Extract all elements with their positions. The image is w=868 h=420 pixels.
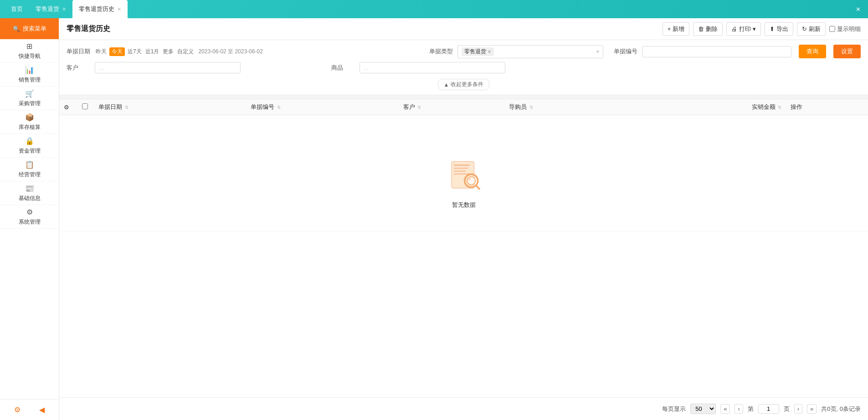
date-1month[interactable]: 近1月 <box>144 48 160 56</box>
tab-retail-return-history-close[interactable]: ✕ <box>117 6 121 12</box>
next-page-button[interactable]: › <box>794 404 802 414</box>
filter-row-1: 单据日期 昨天 今天 近7天 近1月 更多 自定义 2023-06-02 至 2… <box>67 45 861 58</box>
filter-voucher-input[interactable] <box>642 46 791 57</box>
svg-rect-2 <box>453 168 468 169</box>
th-guide-label: 导购员 <box>509 103 527 110</box>
show-detail-checkbox-label: 显示明细 <box>829 25 861 33</box>
th-amount: 实销金额 ⇅ <box>634 99 786 115</box>
export-button[interactable]: ⬆ 导出 <box>765 22 793 36</box>
th-date: 单据日期 ⇅ <box>94 99 246 115</box>
svg-rect-1 <box>453 164 470 166</box>
setting-button-label: 设置 <box>841 47 853 56</box>
total-label: 共0页, 0条记录 <box>821 405 861 413</box>
no-data-illustration <box>443 155 484 196</box>
top-bar-close[interactable]: ✕ <box>856 6 868 13</box>
customer-placeholder: ... <box>99 64 104 71</box>
th-guide-sort-icon[interactable]: ⇅ <box>529 105 533 110</box>
first-page-icon: « <box>724 405 727 412</box>
collapse-up-icon: ▲ <box>444 82 449 88</box>
no-data-cell: 暂无数据 <box>59 115 868 231</box>
filter-goods-select[interactable]: ... <box>360 62 505 73</box>
show-detail-checkbox[interactable] <box>829 26 835 32</box>
system-icon: ⚙ <box>26 208 33 216</box>
quick-nav-icon: ⊞ <box>26 42 32 51</box>
th-action: 操作 <box>786 99 868 115</box>
query-button[interactable]: 查询 <box>799 45 826 58</box>
th-customer-label: 客户 <box>403 103 415 110</box>
sidebar-item-inventory[interactable]: 📦 库存核算 <box>0 110 59 134</box>
th-date-sort-icon[interactable]: ⇅ <box>125 105 128 110</box>
finance-icon: 🔒 <box>25 137 34 145</box>
collapse-button[interactable]: ▲ 收起更多条件 <box>438 79 490 90</box>
first-page-button[interactable]: « <box>720 404 730 414</box>
main-content: 零售退货历史 + 新增 🗑 删除 🖨 打印 ▾ ⬆ 导出 <box>59 18 868 420</box>
th-amount-sort-icon[interactable]: ⇅ <box>778 105 781 110</box>
collapse-bar: ▲ 收起更多条件 <box>67 77 861 90</box>
th-voucher-no: 单据编号 ⇅ <box>246 99 398 115</box>
page-number-input[interactable] <box>758 404 779 414</box>
th-customer: 客户 ⇅ <box>399 99 505 115</box>
filter-type-select[interactable]: 零售退货 ✕ ▾ <box>457 45 603 58</box>
select-all-checkbox[interactable] <box>82 103 88 109</box>
sidebar-item-purchase-mgmt[interactable]: 🛒 采购管理 <box>0 87 59 110</box>
last-page-button[interactable]: » <box>807 404 817 414</box>
data-table: ⚙ 单据日期 ⇅ 单据编号 ⇅ <box>59 99 868 231</box>
tab-retail-return-history[interactable]: 零售退货历史 ✕ <box>72 0 128 18</box>
sidebar-item-system-label: 系统管理 <box>19 218 41 226</box>
tab-retail-return[interactable]: 零售退货 ✕ <box>29 0 72 18</box>
purchase-icon: 🛒 <box>25 89 34 98</box>
date-custom[interactable]: 自定义 <box>176 48 195 56</box>
filter-customer-select[interactable]: ... <box>95 62 241 73</box>
tab-retail-return-close[interactable]: ✕ <box>62 6 66 12</box>
no-data-area: 暂无数据 <box>64 119 863 227</box>
tab-retail-return-history-label: 零售退货历史 <box>79 5 114 13</box>
basic-info-icon: 📰 <box>25 184 34 193</box>
th-setting: ⚙ <box>59 99 77 115</box>
th-customer-sort-icon[interactable]: ⇅ <box>417 105 421 110</box>
type-select-arrow-icon: ▾ <box>596 49 599 55</box>
filter-goods-label: 商品 <box>331 64 357 72</box>
sidebar-search[interactable]: 🔍 搜索菜单 <box>0 18 59 39</box>
sidebar-item-basic-info[interactable]: 📰 基础信息 <box>0 181 59 205</box>
per-page-label: 每页显示 <box>662 405 686 413</box>
date-yesterday[interactable]: 昨天 <box>95 48 108 56</box>
delete-button[interactable]: 🗑 删除 <box>693 22 723 36</box>
print-icon: 🖨 <box>731 26 737 32</box>
filter-type-tag-close[interactable]: ✕ <box>488 49 491 54</box>
collapse-label: 收起更多条件 <box>451 81 483 88</box>
sidebar-item-sales-mgmt[interactable]: 📊 销售管理 <box>0 63 59 87</box>
table-settings-icon[interactable]: ⚙ <box>64 104 69 111</box>
no-data-row: 暂无数据 <box>59 115 868 231</box>
setting-button[interactable]: 设置 <box>833 45 861 58</box>
sales-icon: 📊 <box>25 66 34 74</box>
goods-placeholder: ... <box>364 64 369 71</box>
new-button[interactable]: + 新增 <box>663 22 689 36</box>
tab-home[interactable]: 首页 <box>5 0 29 18</box>
filter-date: 单据日期 昨天 今天 近7天 近1月 更多 自定义 2023-06-02 至 2… <box>67 47 422 56</box>
date-7days[interactable]: 近7天 <box>127 48 143 56</box>
refresh-button[interactable]: ↻ 刷新 <box>797 22 826 36</box>
collapse-sidebar-icon[interactable]: ◀ <box>39 405 45 414</box>
date-more[interactable]: 更多 <box>162 48 175 56</box>
sidebar-item-quick-nav[interactable]: ⊞ 快捷导航 <box>0 39 59 63</box>
sidebar-item-finance[interactable]: 🔒 资金管理 <box>0 134 59 158</box>
filter-voucher: 单据编号 <box>614 46 791 57</box>
date-today[interactable]: 今天 <box>109 47 125 56</box>
sidebar-item-system[interactable]: ⚙ 系统管理 <box>0 205 59 229</box>
top-tabs: 首页 零售退货 ✕ 零售退货历史 ✕ <box>5 0 856 18</box>
print-button[interactable]: 🖨 打印 ▾ <box>726 22 761 36</box>
th-action-label: 操作 <box>791 103 802 110</box>
settings-icon[interactable]: ⚙ <box>14 405 21 414</box>
header-actions: + 新增 🗑 删除 🖨 打印 ▾ ⬆ 导出 ↻ 刷新 <box>663 22 861 36</box>
prev-page-button[interactable]: ‹ <box>734 404 743 414</box>
th-voucher-sort-icon[interactable]: ⇅ <box>277 105 281 110</box>
sidebar-bottom: ⚙ ◀ <box>0 399 59 420</box>
sidebar-item-operations[interactable]: 📋 经营管理 <box>0 158 59 181</box>
svg-point-8 <box>468 178 470 180</box>
th-voucher-no-label: 单据编号 <box>251 103 274 110</box>
page-title: 零售退货历史 <box>67 24 110 34</box>
page-size-select[interactable]: 10 20 50 100 <box>690 404 716 414</box>
date-range-text: 2023-06-02 至 2023-06-02 <box>198 48 262 56</box>
pagination: 每页显示 10 20 50 100 « ‹ 第 页 › » 共0页, 0条记录 <box>59 397 868 420</box>
filter-area: 单据日期 昨天 今天 近7天 近1月 更多 自定义 2023-06-02 至 2… <box>59 40 868 95</box>
